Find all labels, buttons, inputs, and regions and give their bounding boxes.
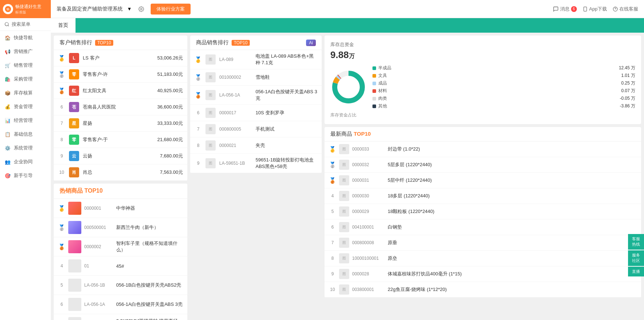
- newest-product-img: 图: [339, 160, 349, 170]
- svg-rect-5: [584, 7, 587, 11]
- float-btn-live[interactable]: 直播: [628, 267, 644, 276]
- hot-product-name: 45#: [116, 263, 183, 269]
- product-name: 夹壳: [256, 142, 317, 149]
- hot-products-list: 🥇 0000001 中华神器 🥈 000500001 新西兰牛肉（新牛） 🥉 0…: [54, 199, 187, 320]
- hot-product-item: 🥉 0000002 智利车子里（规格不知道填什么）: [54, 237, 187, 257]
- customer-badge: 苍: [69, 102, 79, 112]
- home-icon: 🏠: [4, 34, 11, 41]
- list-icon: 📋: [4, 131, 11, 138]
- chart-icon: 📊: [4, 117, 11, 124]
- legend-dot-5: [372, 97, 376, 100]
- search-menu[interactable]: 搜索菜单: [0, 18, 51, 31]
- topbar-right: 消息 6 App下载 在线客服: [553, 6, 638, 12]
- customer-ranking-header: 客户销售排行 TOP10: [54, 36, 187, 50]
- float-btn-community[interactable]: 服务社区: [628, 250, 644, 266]
- medal-silver-icon: 🥈: [58, 224, 65, 231]
- message-badge: 6: [571, 6, 577, 12]
- topbar: 装备及固定资产辅助管理系统 ▼ 体验行业方案 消息 6 App下载 在线客服: [51, 0, 644, 18]
- customer-amount: 21,680.00元: [157, 136, 183, 143]
- hot-product-img: [68, 298, 81, 311]
- rank-number: 9: [195, 161, 202, 166]
- inventory-amount: 9.88万: [330, 49, 635, 61]
- product-code: 001000002: [219, 75, 252, 80]
- hot-product-img: [68, 259, 81, 272]
- product-img: 图: [205, 54, 216, 65]
- rank-number: 4: [58, 263, 65, 268]
- float-btn-service[interactable]: 客服热线: [628, 234, 644, 250]
- hot-product-code: 0000001: [84, 206, 113, 211]
- newest-product-item: 7 图 000800008 原垂: [325, 235, 641, 251]
- sidebar-item-jichu[interactable]: 📋 基础信息: [0, 127, 51, 141]
- newest-product-code: 0000032: [352, 162, 385, 167]
- customer-amount: 7,563.00元: [160, 169, 183, 176]
- settings-button[interactable]: [136, 4, 146, 14]
- hot-product-name: 新西兰牛肉（新牛）: [116, 224, 183, 231]
- inventory-chart-area: 半成品 12.45 万 文具 1.01 万 成品 0.25 万: [330, 65, 635, 109]
- medal-gold-icon: 🥇: [58, 205, 65, 212]
- newest-product-name: 原垒: [388, 255, 637, 262]
- try-plan-button[interactable]: 体验行业方案: [151, 4, 191, 15]
- customer-amount: 36,600.00元: [157, 104, 183, 110]
- app-download-link[interactable]: App下载: [583, 6, 607, 12]
- customer-name: 零售客户-许: [83, 71, 154, 78]
- svg-text:畅: 畅: [7, 7, 9, 11]
- newest-product-item: 🥉 图 0000031 5层中纤 (1220*2440): [325, 173, 641, 188]
- product-code: LA-056-1A: [219, 93, 252, 98]
- ai-badge[interactable]: Ai: [306, 40, 316, 46]
- sidebar-item-kuaijie[interactable]: 🏠 快捷导航: [0, 31, 51, 45]
- left-column: 客户销售排行 TOP10 🥇 L LS 客户 53,006.26元 🥈 零 零售…: [51, 33, 189, 320]
- rank-number: 7: [329, 240, 336, 245]
- newest-product-img: 图: [339, 269, 349, 279]
- newest-product-code: 10000100001: [352, 256, 385, 261]
- product-img: 图: [205, 124, 216, 134]
- hot-product-img: [68, 202, 81, 215]
- tab-home[interactable]: 首页: [51, 18, 76, 33]
- sidebar-item-qiye[interactable]: 👥 企业协同: [0, 155, 51, 169]
- sidebar-item-yingxiao[interactable]: 📢 营销推广: [0, 45, 51, 58]
- sidebar: 畅 畅捷通好生意 标准版 搜索菜单 🏠 快捷导航 📢 营销推广 🛒 销售管理 🛍…: [0, 0, 51, 320]
- message-link[interactable]: 消息 6: [553, 6, 577, 12]
- newest-product-name: 封边带 (1.0*22): [388, 146, 637, 152]
- legend-dot-6: [372, 104, 376, 108]
- legend-item-5: 肉类 -0.05 万: [372, 95, 635, 102]
- sidebar-item-zijin[interactable]: 💰 资金管理: [0, 100, 51, 114]
- newest-product-code: 0000031: [352, 178, 385, 183]
- sidebar-item-kucun[interactable]: 📦 库存核算: [0, 86, 51, 100]
- hot-product-img: [68, 317, 81, 320]
- online-service-link[interactable]: 在线客服: [613, 6, 638, 12]
- newest-product-name: 18多层 (1220*2440): [388, 193, 637, 199]
- medal-gold-icon: 🥇: [329, 146, 336, 153]
- customer-badge: L: [69, 53, 79, 63]
- newest-product-img: 图: [339, 253, 349, 263]
- legend-dot-4: [372, 89, 376, 93]
- customer-name: LS 客户: [83, 55, 154, 61]
- newest-product-img: 图: [339, 206, 349, 217]
- product-ranking-list: 🥇 图 LA-089 电池盖 LA-089 ABS本色+黑种 7.1克 🥈 图 …: [190, 50, 322, 173]
- legend-item-3: 成品 0.25 万: [372, 80, 635, 86]
- product-code: 0000021: [219, 143, 252, 148]
- hot-product-item: 6 LA-056-1A 056-1A白色按键开关盖ABS 3壳: [54, 295, 187, 314]
- customer-name: 苍南县人民医院: [83, 104, 154, 110]
- dropdown-arrow[interactable]: ▼: [127, 6, 132, 12]
- sidebar-item-jingying[interactable]: 📊 经营管理: [0, 114, 51, 127]
- nav-tabs: 首页: [51, 18, 644, 33]
- hot-products-header: 热销商品 TOP10: [54, 184, 187, 199]
- customer-rank-item: 🥉 红 红太阳文具 40,925.00元: [54, 83, 187, 99]
- newest-product-code: 004100001: [352, 225, 385, 230]
- float-buttons: 客服热线 服务社区 直播: [628, 234, 644, 276]
- sidebar-item-caigou[interactable]: 🛍️ 采购管理: [0, 72, 51, 86]
- newest-products-panel: 最新商品 TOP10 🥇 图 0000033 封边带 (1.0*22) 🥈 图 …: [325, 127, 641, 298]
- medal-gold-icon: 🥇: [195, 56, 202, 63]
- sidebar-item-xinshou[interactable]: 🎯 新手引导: [0, 169, 51, 182]
- hot-product-item: 5 LA-056-1B 056-1B白色按键开关壳ABS2壳: [54, 276, 187, 295]
- sidebar-item-xiaoshou[interactable]: 🛒 销售管理: [0, 58, 51, 72]
- newest-product-code: 0000033: [352, 147, 385, 152]
- product-name: 手机测试: [256, 126, 317, 132]
- sidebar-item-xitong[interactable]: ⚙️ 系统管理: [0, 141, 51, 155]
- newest-product-code: 003800001: [352, 287, 385, 292]
- product-rank-item: 9 图 LA-59651-1B 59651-1B旋转投影灯电池盒ABS黑色+58…: [190, 154, 322, 173]
- product-rank-item: 6 图 0000017 10S 变刹罗孕: [190, 105, 322, 121]
- product-rank-item: 🥈 图 001000002 雪地鞋: [190, 69, 322, 86]
- customer-rank-item: 🥈 零 零售客户-许 51,183.00元: [54, 66, 187, 83]
- customer-badge: 零: [69, 69, 79, 79]
